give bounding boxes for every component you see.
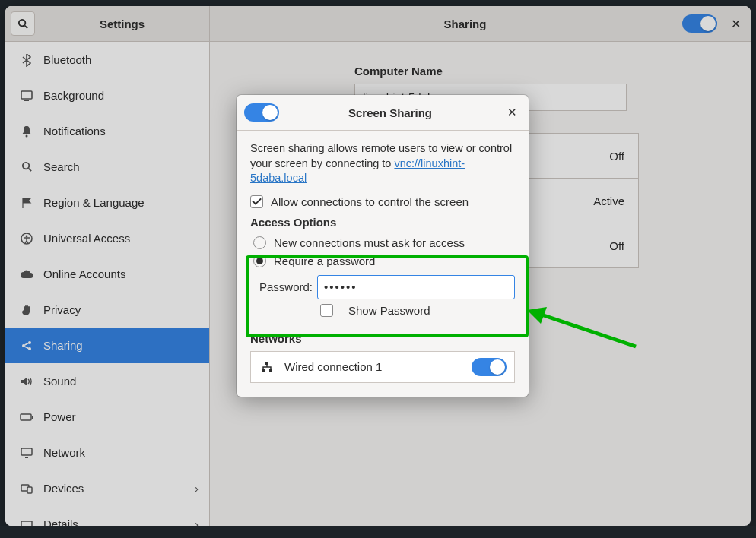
settings-window: Settings Sharing ✕ Bluetooth Background … xyxy=(5,6,751,526)
radio-ask-access-label: New connections must ask for access xyxy=(274,236,465,249)
dialog-description-text: Screen sharing allows remote users to vi… xyxy=(250,142,512,169)
screen-sharing-switch[interactable] xyxy=(244,103,279,122)
password-row: Password: xyxy=(259,275,515,299)
allow-control-checkbox[interactable] xyxy=(250,195,263,208)
dialog-body: Screen sharing allows remote users to vi… xyxy=(237,131,529,397)
radio-require-password-radio[interactable] xyxy=(253,255,266,267)
show-password-row[interactable]: Show Password xyxy=(320,304,515,317)
close-icon: ✕ xyxy=(507,106,517,119)
svg-rect-19 xyxy=(265,362,268,365)
radio-require-password-label: Require a password xyxy=(274,255,375,267)
networks-header: Networks xyxy=(250,332,515,345)
allow-control-label: Allow connections to control the screen xyxy=(271,195,469,208)
radio-require-password[interactable]: Require a password xyxy=(253,253,515,269)
svg-rect-20 xyxy=(262,369,265,372)
show-password-label: Show Password xyxy=(348,304,430,317)
svg-rect-21 xyxy=(269,369,272,372)
network-row: Wired connection 1 xyxy=(250,351,515,383)
radio-ask-access-radio[interactable] xyxy=(253,236,266,249)
access-options-header: Access Options xyxy=(250,216,515,229)
radio-ask-access[interactable]: New connections must ask for access xyxy=(253,235,515,251)
wired-icon xyxy=(259,361,275,373)
dialog-description: Screen sharing allows remote users to vi… xyxy=(250,141,515,186)
dialog-title: Screen Sharing xyxy=(279,106,501,119)
password-label: Password: xyxy=(259,280,313,293)
show-password-checkbox[interactable] xyxy=(320,304,333,317)
dialog-close-button[interactable]: ✕ xyxy=(501,106,523,119)
allow-control-row[interactable]: Allow connections to control the screen xyxy=(250,195,515,208)
dialog-header: Screen Sharing ✕ xyxy=(237,95,529,131)
network-switch[interactable] xyxy=(472,358,507,376)
screen-sharing-dialog: Screen Sharing ✕ Screen sharing allows r… xyxy=(237,95,529,397)
password-input[interactable] xyxy=(317,275,515,299)
network-name: Wired connection 1 xyxy=(284,360,472,373)
